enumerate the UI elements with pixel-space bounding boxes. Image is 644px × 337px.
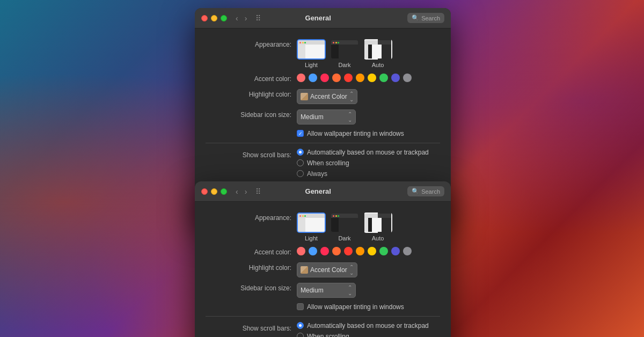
appearance-auto-bottom[interactable]: Auto	[363, 213, 392, 241]
highlight-dropdown-label-bottom: Accent Color	[310, 266, 347, 274]
wallpaper-checkbox-bottom[interactable]: Allow wallpaper tinting in windows	[297, 303, 404, 311]
accent-red2-bottom[interactable]	[344, 247, 353, 255]
scroll-auto-radio-top	[297, 149, 304, 156]
scroll-when-radio-top	[297, 159, 304, 166]
close-button-bottom[interactable]	[201, 188, 208, 195]
scroll-bars-radio-bottom: Automatically based on mouse or trackpad…	[297, 322, 429, 337]
accent-color-row-top: Accent color:	[206, 74, 440, 84]
wallpaper-label-bottom	[206, 303, 297, 304]
accent-amber-top[interactable]	[356, 74, 364, 82]
scroll-auto-label-bottom: Automatically based on mouse or trackpad	[307, 322, 429, 329]
accent-green-top[interactable]	[379, 74, 388, 82]
accent-green-bottom[interactable]	[379, 247, 388, 255]
minimize-button-bottom[interactable]	[211, 188, 217, 195]
accent-red-top[interactable]	[297, 74, 305, 82]
scroll-auto-label-top: Automatically based on mouse or trackpad	[307, 149, 429, 156]
highlight-dropdown-label-top: Accent Color	[310, 93, 347, 100]
accent-purple-top[interactable]	[391, 74, 400, 82]
divider-1-bottom	[206, 316, 440, 317]
sidebar-icon-dropdown-top[interactable]: Medium ⌃⌄	[297, 109, 356, 124]
light-label-bottom: Light	[305, 235, 318, 241]
appearance-dark-bottom[interactable]: Dark	[330, 213, 359, 241]
highlight-color-row-bottom: Highlight color: Accent Color ⌃⌄	[206, 262, 440, 277]
window-title-bottom: General	[233, 187, 403, 195]
highlight-color-dropdown-bottom[interactable]: Accent Color ⌃⌄	[297, 262, 357, 277]
wallpaper-checkbox-box-top: ✓	[297, 130, 304, 137]
auto-label-bottom: Auto	[372, 235, 384, 241]
wallpaper-row-bottom: Allow wallpaper tinting in windows	[206, 303, 440, 311]
accent-color-control-top	[297, 74, 440, 82]
scroll-auto-option-bottom[interactable]: Automatically based on mouse or trackpad	[297, 322, 429, 329]
wallpaper-checkbox-label-top: Allow wallpaper tinting in windows	[307, 130, 404, 137]
dark-label-bottom: Dark	[338, 235, 350, 241]
accent-colors-top	[297, 74, 412, 82]
accent-purple-bottom[interactable]	[391, 247, 400, 255]
appearance-control-bottom: Light	[297, 213, 440, 241]
wallpaper-checkbox-label-bottom: Allow wallpaper tinting in windows	[307, 303, 404, 311]
accent-color-label-bottom: Accent color:	[206, 247, 297, 257]
appearance-auto-top[interactable]: Auto	[363, 39, 392, 68]
close-button-top[interactable]	[201, 15, 208, 21]
maximize-button-bottom[interactable]	[221, 188, 227, 195]
accent-amber-bottom[interactable]	[356, 247, 364, 255]
minimize-button-top[interactable]	[211, 15, 217, 21]
light-thumb-top	[297, 39, 326, 60]
sidebar-icon-dropdown-label-top: Medium	[301, 113, 346, 121]
appearance-row-top: Appearance:	[206, 39, 440, 68]
accent-colors-bottom	[297, 247, 412, 255]
titlebar-top: ‹ › ⠿ General 🔍 Search	[195, 8, 451, 28]
accent-gray-top[interactable]	[403, 74, 412, 82]
scroll-when-option-bottom[interactable]: When scrolling	[297, 333, 429, 337]
highlight-color-control-top: Accent Color ⌃⌄	[297, 89, 440, 104]
highlight-color-row-top: Highlight color: Accent Color ⌃⌄	[206, 89, 440, 104]
light-label-top: Light	[305, 62, 318, 68]
appearance-options-bottom: Light	[297, 213, 392, 241]
appearance-light-top[interactable]: Light	[297, 39, 326, 68]
accent-red-bottom[interactable]	[297, 247, 305, 255]
scroll-when-label-bottom: When scrolling	[307, 333, 349, 337]
accent-color-control-bottom	[297, 247, 440, 255]
scroll-bars-row-top: Show scroll bars: Automatically based on…	[206, 149, 440, 178]
highlight-swatch-bottom	[301, 266, 308, 274]
auto-thumb-bottom	[363, 213, 392, 233]
accent-blue-bottom[interactable]	[309, 247, 317, 255]
accent-orange-top[interactable]	[332, 74, 341, 82]
scroll-auto-option-top[interactable]: Automatically based on mouse or trackpad	[297, 149, 429, 156]
accent-red2-top[interactable]	[344, 74, 353, 82]
accent-blue-top[interactable]	[309, 74, 317, 82]
wallpaper-control-top: ✓ Allow wallpaper tinting in windows	[297, 130, 440, 137]
scroll-bars-label-bottom: Show scroll bars:	[206, 322, 297, 333]
search-icon-top: 🔍	[412, 14, 419, 21]
traffic-lights-top	[201, 15, 227, 21]
accent-pink-bottom[interactable]	[320, 247, 329, 255]
appearance-control-top: Light	[297, 39, 440, 68]
auto-label-top: Auto	[372, 62, 384, 68]
sidebar-icon-dropdown-arrow-top: ⌃⌄	[348, 111, 352, 123]
auto-thumb-top	[363, 39, 392, 60]
appearance-light-bottom[interactable]: Light	[297, 213, 326, 241]
sidebar-icon-row-bottom: Sidebar icon size: Medium ⌃⌄	[206, 283, 440, 298]
wallpaper-row-top: ✓ Allow wallpaper tinting in windows	[206, 130, 440, 137]
highlight-color-label-bottom: Highlight color:	[206, 262, 297, 273]
accent-color-row-bottom: Accent color:	[206, 247, 440, 257]
sidebar-icon-dropdown-bottom[interactable]: Medium ⌃⌄	[297, 283, 356, 298]
accent-gray-bottom[interactable]	[403, 247, 412, 255]
scroll-always-option-top[interactable]: Always	[297, 170, 429, 178]
appearance-row-bottom: Appearance:	[206, 213, 440, 241]
dark-label-top: Dark	[338, 62, 350, 68]
accent-yellow-top[interactable]	[368, 74, 376, 82]
highlight-swatch-top	[301, 93, 308, 100]
sidebar-icon-dropdown-arrow-bottom: ⌃⌄	[348, 284, 352, 296]
highlight-color-dropdown-top[interactable]: Accent Color ⌃⌄	[297, 89, 357, 104]
content-bottom: Appearance:	[195, 202, 451, 337]
accent-yellow-bottom[interactable]	[368, 247, 376, 255]
dark-thumb-top	[330, 39, 359, 60]
search-box-bottom[interactable]: 🔍 Search	[407, 186, 444, 196]
accent-orange-bottom[interactable]	[332, 247, 341, 255]
maximize-button-top[interactable]	[221, 15, 227, 21]
scroll-when-option-top[interactable]: When scrolling	[297, 159, 429, 167]
search-box-top[interactable]: 🔍 Search	[407, 13, 444, 23]
accent-pink-top[interactable]	[320, 74, 329, 82]
wallpaper-checkbox-top[interactable]: ✓ Allow wallpaper tinting in windows	[297, 130, 404, 137]
appearance-dark-top[interactable]: Dark	[330, 39, 359, 68]
